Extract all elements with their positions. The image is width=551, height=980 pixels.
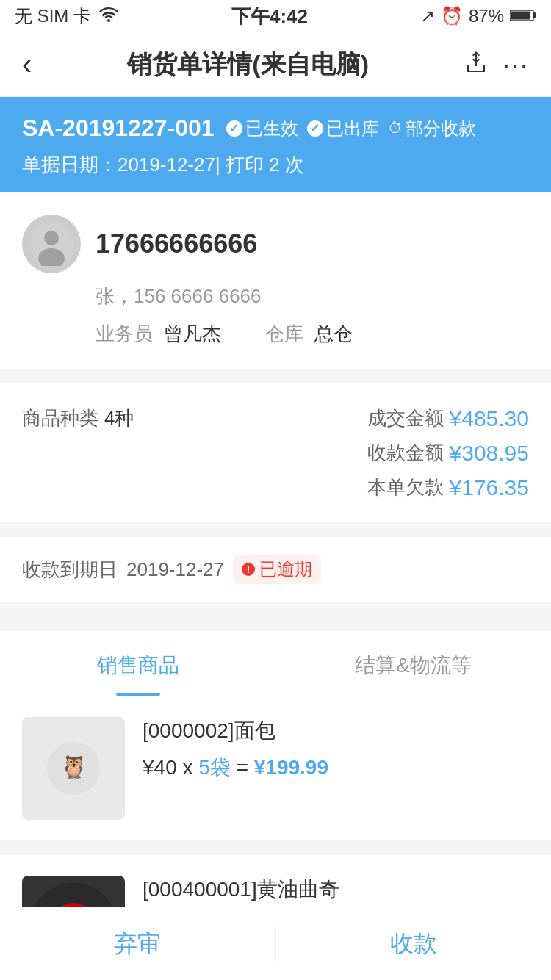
svg-point-4 xyxy=(44,231,59,245)
svg-text:🦉: 🦉 xyxy=(60,754,88,780)
tab-settlement-label: 结算&物流等 xyxy=(355,654,472,677)
tab-sales-products[interactable]: 销售商品 xyxy=(0,631,276,696)
summary-grid: 商品种类 4种 成交金额 ¥485.30 收款金额 ¥308.95 本单欠款 ¥… xyxy=(22,406,529,500)
battery-icon xyxy=(510,6,536,26)
customer-id: 17666666666 xyxy=(96,228,257,259)
product-types-label: 商品种类 xyxy=(22,406,98,431)
debt-value: ¥176.35 xyxy=(450,475,529,500)
product-types-value: 4种 xyxy=(104,406,134,431)
sim-status: 无 SIM 卡 xyxy=(15,4,91,28)
status-partial-payment: ⏱ 部分收款 xyxy=(388,117,476,140)
tab-settlement[interactable]: 结算&物流等 xyxy=(276,631,551,696)
wifi-icon xyxy=(98,6,119,26)
status-left: 无 SIM 卡 xyxy=(15,4,119,28)
clock-icon: ⏱ xyxy=(388,120,403,137)
overdue-badge: ! 已逾期 xyxy=(233,555,321,584)
page-title: 销货单详情(来自电脑) xyxy=(127,48,369,82)
warehouse-info: 仓库 总仓 xyxy=(265,321,353,347)
order-id: SA-20191227-001 xyxy=(22,115,215,142)
overdue-text: 已逾期 xyxy=(259,558,312,581)
product-name-2: [000400001]黄油曲奇 xyxy=(143,876,529,904)
status-partial-label: 部分收款 xyxy=(406,117,476,140)
order-date-value: 2019-12-27 xyxy=(118,154,215,176)
due-date: 2019-12-27 xyxy=(126,558,224,581)
salesperson-info: 业务员 曾凡杰 xyxy=(96,321,221,347)
product-name-1: [0000002]面包 xyxy=(143,717,529,745)
overdue-dot-icon: ! xyxy=(242,563,255,576)
check-icon-1: ✓ xyxy=(226,120,242,137)
salesperson-label: 业务员 xyxy=(96,323,153,345)
status-right: ↗ ⏰ 87% xyxy=(420,6,536,26)
product-base-price-1: ¥40 x xyxy=(143,756,198,779)
more-icon[interactable]: ··· xyxy=(503,49,529,80)
customer-sub: 张，156 6666 6666 xyxy=(22,284,529,309)
amount-label: 成交金额 xyxy=(367,406,444,431)
share-icon[interactable] xyxy=(464,50,488,79)
warehouse-label: 仓库 xyxy=(265,323,303,345)
summary-right: 成交金额 ¥485.30 收款金额 ¥308.95 本单欠款 ¥176.35 xyxy=(367,406,529,500)
status-effective: ✓ 已生效 xyxy=(226,117,298,140)
debt-label: 本单欠款 xyxy=(367,475,444,500)
customer-meta: 业务员 曾凡杰 仓库 总仓 xyxy=(22,321,529,347)
product-title-1: 面包 xyxy=(234,719,276,742)
debt-item: 本单欠款 ¥176.35 xyxy=(367,475,529,500)
order-date-label: 单据日期： xyxy=(22,154,118,176)
order-print-info: | 打印 2 次 xyxy=(215,154,304,176)
summary-section: 商品种类 4种 成交金额 ¥485.30 收款金额 ¥308.95 本单欠款 ¥… xyxy=(0,383,551,522)
confirm-button[interactable]: 收款 xyxy=(276,928,552,960)
product-code-1: [0000002] xyxy=(143,719,234,742)
location-icon: ↗ xyxy=(420,6,435,26)
product-total-1: ¥199.99 xyxy=(254,756,328,779)
alarm-icon: ⏰ xyxy=(441,6,463,26)
avatar xyxy=(22,215,81,273)
nav-actions: ··· xyxy=(464,49,529,80)
cancel-button[interactable]: 弃审 xyxy=(0,928,276,960)
due-label: 收款到期日 xyxy=(22,557,118,583)
order-id-row: SA-20191227-001 ✓ 已生效 ✓ 已出库 ⏱ 部分收款 xyxy=(22,115,529,142)
collected-item: 收款金额 ¥308.95 xyxy=(367,440,529,466)
order-date-row: 单据日期：2019-12-27| 打印 2 次 xyxy=(22,152,529,178)
amount-item: 成交金额 ¥485.30 xyxy=(367,406,529,431)
product-info-1: [0000002]面包 ¥40 x 5袋 = ¥199.99 xyxy=(143,717,529,782)
status-effective-label: 已生效 xyxy=(245,117,298,140)
svg-rect-2 xyxy=(511,12,530,20)
bottom-bar: 弃审 收款 xyxy=(0,907,551,980)
status-bar: 无 SIM 卡 下午4:42 ↗ ⏰ 87% xyxy=(0,0,551,32)
separator-1 xyxy=(0,602,551,616)
svg-rect-1 xyxy=(533,12,536,18)
nav-bar: ‹ 销货单详情(来自电脑) ··· xyxy=(0,32,551,97)
back-button[interactable]: ‹ xyxy=(22,48,32,81)
due-section: 收款到期日 2019-12-27 ! 已逾期 xyxy=(0,537,551,602)
product-thumb-1: 🦉 xyxy=(22,717,125,820)
status-time: 下午4:42 xyxy=(231,4,308,29)
warehouse-value: 总仓 xyxy=(314,323,353,345)
collected-value: ¥308.95 xyxy=(450,441,529,466)
status-shipped: ✓ 已出库 xyxy=(307,117,379,140)
tabs-container: 销售商品 结算&物流等 xyxy=(0,631,551,696)
product-title-2: 黄油曲奇 xyxy=(257,878,339,901)
confirm-label: 收款 xyxy=(390,930,437,956)
customer-section: 17666666666 张，156 6666 6666 业务员 曾凡杰 仓库 总… xyxy=(0,192,551,369)
customer-row: 17666666666 xyxy=(22,215,529,273)
amount-value: ¥485.30 xyxy=(450,406,529,431)
salesperson-value: 曾凡杰 xyxy=(164,323,221,345)
product-item-1: 🦉 [0000002]面包 ¥40 x 5袋 = ¥199.99 xyxy=(0,696,551,840)
product-price-row-1: ¥40 x 5袋 = ¥199.99 xyxy=(143,754,529,782)
cancel-label: 弃审 xyxy=(114,930,161,956)
status-shipped-label: 已出库 xyxy=(326,117,379,140)
order-header: SA-20191227-001 ✓ 已生效 ✓ 已出库 ⏱ 部分收款 单据日期：… xyxy=(0,97,551,192)
tab-sales-products-label: 销售商品 xyxy=(97,654,179,677)
product-types-item: 商品种类 4种 xyxy=(22,406,134,431)
product-qty-1: 5袋 xyxy=(198,756,231,779)
summary-left: 商品种类 4种 xyxy=(22,406,134,500)
product-code-2: [000400001] xyxy=(143,878,257,901)
collected-label: 收款金额 xyxy=(367,440,444,466)
battery-text: 87% xyxy=(469,6,504,26)
status-tags: ✓ 已生效 ✓ 已出库 ⏱ 部分收款 xyxy=(226,117,476,140)
product-equals-1: = xyxy=(231,756,254,779)
check-icon-2: ✓ xyxy=(307,120,323,137)
